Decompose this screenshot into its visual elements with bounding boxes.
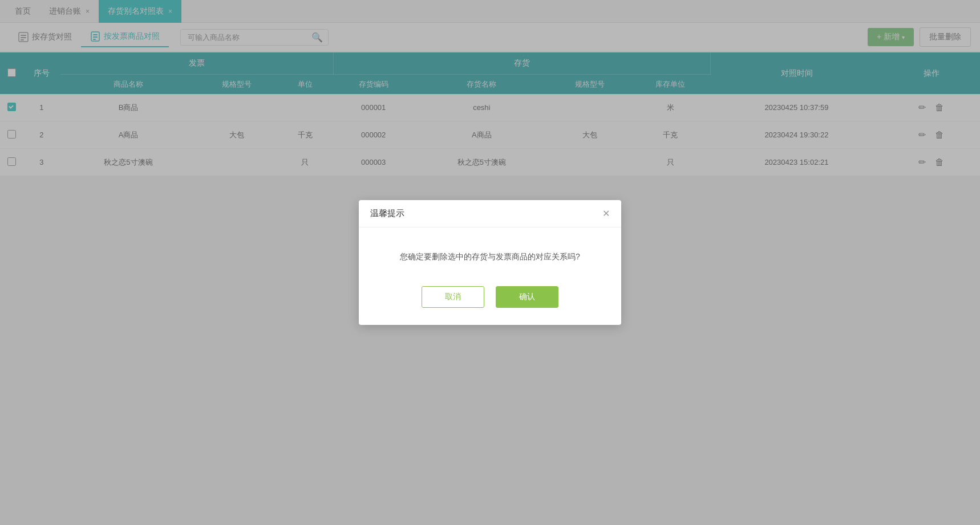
dialog-overlay: 温馨提示 ✕ 您确定要删除选中的存货与发票商品的对应关系吗? 取消 确认 — [0, 0, 980, 176]
